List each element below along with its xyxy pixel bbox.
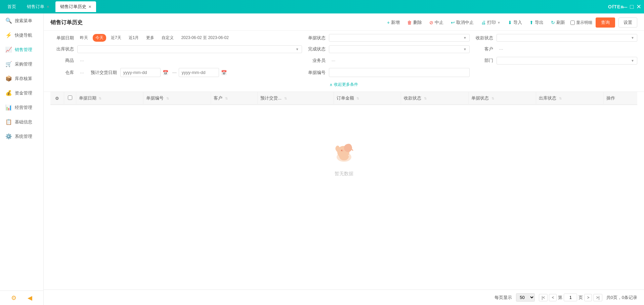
refresh-icon: ↻ [551, 20, 555, 25]
th-customer[interactable]: 客户 ⇅ [211, 92, 258, 105]
empty-illustration [327, 132, 361, 165]
page-number-input[interactable] [564, 294, 577, 301]
date-btn-more[interactable]: 更多 [143, 34, 157, 42]
restore-btn[interactable]: □ [630, 3, 634, 10]
refresh-label: 刷新 [556, 20, 565, 26]
export-button[interactable]: ⬆ 导出 [527, 18, 546, 27]
sidebar-item-fund-mgmt-label: 资金管理 [15, 90, 32, 96]
sidebar-item-basic-info-label: 基础信息 [15, 119, 32, 125]
dept-filter-section: 部门 ▼ [470, 57, 637, 65]
page-unit: 页 [578, 295, 583, 301]
tab-sales-order[interactable]: 销售订单 ✕ [22, 1, 54, 12]
next-page-btn[interactable]: > [584, 294, 592, 301]
sidebar-item-purchase-mgmt[interactable]: 🛒 采购管理 [0, 57, 43, 71]
th-bill-status[interactable]: 单据状态 ⇅ [469, 92, 536, 105]
show-detail-checkbox[interactable] [570, 21, 575, 25]
sidebar-item-ops-mgmt[interactable]: 📊 经营管理 [0, 100, 43, 115]
th-out-status[interactable]: 出库状态 ⇅ [536, 92, 603, 105]
refresh-button[interactable]: ↻ 刷新 [549, 18, 567, 27]
sidebar-collapse-icon[interactable]: ◀ [28, 294, 32, 302]
select-all-checkbox[interactable] [68, 96, 72, 100]
purchase-mgmt-icon: 🛒 [5, 61, 12, 67]
page-size-select[interactable]: 20 50 100 [516, 293, 535, 302]
out-status-select[interactable]: ▼ [77, 45, 302, 53]
cancel-stop-button[interactable]: ↩ 取消中止 [449, 18, 476, 27]
dept-arrow: ▼ [631, 59, 634, 63]
th-checkbox[interactable] [64, 92, 76, 105]
sidebar-item-purchase-mgmt-label: 采购管理 [15, 61, 32, 67]
th-settings[interactable]: ⚙ [50, 92, 64, 105]
date-btn-custom[interactable]: 自定义 [159, 34, 176, 42]
dept-select[interactable]: ▼ [497, 57, 637, 65]
tab-sales-order-history[interactable]: 销售订单历史 ✕ [55, 1, 96, 12]
th-customer-label: 客户 [214, 96, 222, 101]
th-date-sort: ⇅ [99, 97, 101, 100]
new-icon: + [387, 20, 390, 25]
sidebar-item-inventory-check[interactable]: 📦 库存核算 [0, 71, 43, 86]
delete-button[interactable]: 🗑 删除 [405, 18, 424, 27]
query-button[interactable]: 查询 [596, 17, 615, 28]
delivery-date-start[interactable] [120, 68, 161, 77]
th-delivery-date[interactable]: 预计交货... ⇅ [258, 92, 334, 105]
stop-button[interactable]: ⊘ 中止 [427, 18, 445, 27]
out-status-label: 出库状态 [50, 46, 77, 52]
import-button[interactable]: ⬇ 导入 [506, 18, 524, 27]
sidebar-item-search-menu[interactable]: 🔍 搜索菜单 [0, 13, 43, 28]
goods-filter-section: 商品 ··· [50, 56, 302, 65]
date-btn-7days[interactable]: 近7天 [108, 34, 124, 42]
total-info: 共0页，0条记录 [606, 295, 637, 301]
th-actions-label: 操作 [606, 96, 615, 101]
salesperson-picker[interactable]: ··· [329, 56, 338, 65]
system-mgmt-icon: ⚙️ [5, 133, 12, 140]
th-amount[interactable]: 订单金额 ⇅ [334, 92, 401, 105]
prev-page-btn[interactable]: < [549, 294, 557, 301]
delivery-date-label: 预计交货日期 [87, 70, 120, 76]
brand-text: OfTEn [608, 4, 624, 9]
date-btn-yesterday[interactable]: 昨天 [77, 34, 91, 42]
delivery-date-end-calendar-icon[interactable]: 📅 [219, 70, 229, 75]
sidebar-item-system-mgmt[interactable]: ⚙️ 系统管理 [0, 129, 43, 144]
show-detail-checkbox-wrapper[interactable]: 显示明细 [570, 20, 592, 26]
tab-sales-order-close[interactable]: ✕ [46, 5, 49, 9]
sidebar-settings-icon[interactable]: ⚙ [11, 294, 16, 302]
th-bill-no-label: 单据编号 [146, 96, 164, 101]
salesperson-label: 业务员 [302, 58, 329, 64]
collapse-row[interactable]: ∧ 收起更多条件 [50, 80, 637, 88]
new-button[interactable]: + 新增 [385, 18, 402, 27]
tab-sales-order-history-close[interactable]: ✕ [88, 5, 91, 9]
sidebar-bottom: ⚙ ◀ [0, 291, 43, 305]
date-btn-today[interactable]: 今天 [93, 34, 106, 42]
page-size-label: 每页显示 [495, 295, 512, 301]
bill-status-arrow: ▼ [463, 36, 467, 40]
th-out-status-label: 出库状态 [539, 96, 556, 101]
th-payment-status[interactable]: 收款状态 ⇅ [401, 92, 469, 105]
last-page-btn[interactable]: >| [593, 294, 602, 301]
filter-row-1: 单据日期 昨天 今天 近7天 近1月 更多 自定义 2023-06-02 至 2… [50, 34, 637, 42]
close-window-btn[interactable]: ✕ [636, 3, 641, 10]
th-bill-status-sort: ⇅ [491, 97, 494, 100]
bill-no-input[interactable] [329, 68, 470, 77]
sidebar-item-basic-info[interactable]: 📋 基础信息 [0, 115, 43, 129]
sidebar-item-sales-mgmt[interactable]: 📈 销售管理 [0, 42, 43, 57]
sidebar-item-fund-mgmt[interactable]: 💰 资金管理 [0, 86, 43, 100]
delivery-date-start-calendar-icon[interactable]: 📅 [161, 70, 170, 75]
payment-status-select[interactable]: ▼ [497, 34, 637, 42]
sidebar-item-quick-nav[interactable]: ⚡ 快捷导航 [0, 28, 43, 42]
th-bill-no[interactable]: 单据编号 ⇅ [143, 92, 211, 105]
delivery-date-end[interactable] [179, 68, 219, 77]
bill-status-select[interactable]: ▼ [329, 34, 470, 42]
complete-status-select[interactable]: ▼ [329, 45, 470, 53]
print-button[interactable]: 🖨 打印 ▼ [479, 18, 503, 27]
setting-button[interactable]: 设置 [618, 17, 637, 28]
warehouse-picker[interactable]: ··· [77, 69, 87, 77]
date-btn-1month[interactable]: 近1月 [126, 34, 142, 42]
goods-picker[interactable]: ··· [77, 56, 87, 65]
th-bill-status-label: 单据状态 [471, 96, 489, 101]
page-title: 销售订单历史 [50, 19, 83, 26]
tab-home[interactable]: 首页 [3, 1, 21, 12]
filter-row-4: 仓库 ··· 预计交货日期 📅 — 📅 单据编号 [50, 68, 637, 77]
first-page-btn[interactable]: |< [539, 294, 548, 301]
customer-picker[interactable]: ··· [497, 45, 506, 53]
th-date[interactable]: 单据日期 ⇅ [76, 92, 143, 105]
print-icon: 🖨 [481, 20, 486, 25]
